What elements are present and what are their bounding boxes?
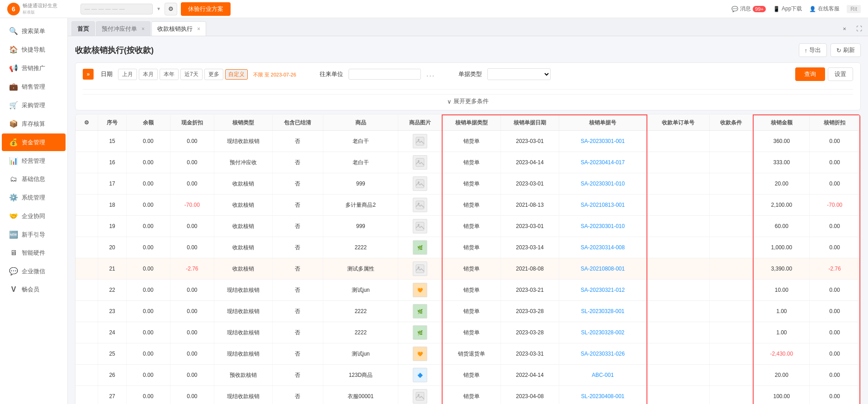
home-icon: 🏠 [9, 45, 18, 54]
td-doc-date: 2023-03-31 [501, 343, 559, 365]
table-row: 15 0.00 0.00 现结收款核销 否 老白干 销货单 2023-03-01… [75, 131, 860, 152]
td-type: 现结收款核销 [214, 386, 272, 404]
user-name[interactable]: Rit [847, 5, 861, 13]
sidebar-item-ops[interactable]: 📊 经营管理 [2, 152, 66, 170]
from-unit-input[interactable] [349, 69, 421, 80]
td-doc-no: SA-20230321-012 [559, 280, 646, 301]
tab-writeoff[interactable]: 收款核销执行 × [151, 21, 206, 36]
sidebar-item-capital[interactable]: 💰 资金管理 [2, 133, 66, 151]
sidebar-item-wechat[interactable]: 💬 企业微信 [2, 262, 66, 280]
td-write-off: -70.00 [810, 195, 860, 216]
doc-no-link[interactable]: SA-20230331-026 [581, 351, 625, 357]
td-cond [709, 280, 753, 301]
td-doc-type: 销货单 [442, 237, 501, 258]
tab-writeoff-close[interactable]: × [197, 26, 200, 32]
online-service-button[interactable]: 👤 在线客服 [809, 5, 840, 13]
dropdown-arrow-icon[interactable]: ▼ [156, 6, 161, 11]
filter-settings-button[interactable]: 设置 [828, 67, 853, 81]
sidebar-item-inventory[interactable]: 📦 库存核算 [2, 115, 66, 133]
industry-solution-button[interactable]: 休验行业方案 [181, 2, 231, 16]
td-no: 27 [98, 386, 126, 404]
sidebar-item-hardware[interactable]: 🖥 智能硬件 [2, 244, 66, 261]
td-settings [75, 343, 98, 365]
date-btn-7days[interactable]: 近7天 [180, 69, 203, 80]
base-icon: 🗂 [9, 175, 18, 183]
hardware-icon: 🖥 [9, 249, 18, 257]
doc-no-link[interactable]: SA-20210813-001 [581, 202, 625, 208]
sidebar-item-marketing[interactable]: 📢 营销推广 [2, 59, 66, 77]
refresh-button[interactable]: ↻ 刷新 [830, 43, 861, 57]
svg-rect-0 [416, 137, 424, 145]
sidebar-item-guide[interactable]: 🆕 新手引导 [2, 226, 66, 243]
sidebar-item-quicknav[interactable]: 🏠 快捷导航 [2, 41, 66, 58]
td-balance: 0.00 [126, 216, 170, 237]
logo-icon: 6 [7, 3, 20, 15]
filter-expand-button[interactable]: » [83, 69, 94, 80]
tab-close-button[interactable]: × [839, 23, 850, 34]
td-cond [709, 301, 753, 322]
expand-more-button[interactable]: ∨ 展开更多条件 [83, 94, 853, 105]
query-button[interactable]: 查询 [795, 67, 825, 81]
tab-expand-button[interactable]: ⛶ [854, 23, 864, 34]
td-doc-date: 2023-03-01 [501, 216, 559, 237]
td-img: 🌿 [398, 237, 442, 258]
search-icon: 🔍 [9, 27, 18, 35]
doc-no-link[interactable]: SA-20230321-012 [581, 287, 625, 293]
th-type: 核销类型 [214, 115, 272, 131]
content-area: 首页 预付冲应付单 × 收款核销执行 × × ⛶ 收款核销执行(按收款) [68, 18, 868, 404]
date-btn-more[interactable]: 更多 [204, 69, 223, 80]
tab-prepay-close[interactable]: × [142, 26, 145, 32]
doc-no-link[interactable]: SL-20230328-001 [581, 308, 624, 314]
th-settings[interactable]: ⚙ [75, 115, 98, 131]
company-selector[interactable]: — — — — — — [80, 4, 153, 14]
td-amount: -2,430.00 [753, 343, 810, 365]
app-icon: 📱 [773, 6, 780, 12]
sidebar-item-purchase[interactable]: 🛒 采购管理 [2, 96, 66, 114]
export-button[interactable]: ↑ 导出 [799, 43, 827, 57]
td-type: 收款核销 [214, 195, 272, 216]
message-button[interactable]: 💬 消息 99+ [731, 5, 766, 13]
bill-type-select[interactable] [487, 68, 551, 80]
tab-home[interactable]: 首页 [71, 21, 95, 36]
doc-no-link[interactable]: SL-20230408-001 [581, 393, 624, 399]
td-balance: 0.00 [126, 195, 170, 216]
doc-no-link[interactable]: SA-20230301-010 [581, 181, 625, 187]
td-order-no [647, 343, 710, 365]
sidebar-item-search[interactable]: 🔍 搜索菜单 [2, 22, 66, 40]
ops-icon: 📊 [9, 157, 18, 165]
date-btn-this-year[interactable]: 本年 [160, 69, 179, 80]
date-btn-last-month[interactable]: 上月 [118, 69, 137, 80]
date-custom-button[interactable]: 自定义 [225, 69, 248, 80]
sidebar-item-member[interactable]: V 畅会员 [2, 281, 66, 298]
doc-no-link[interactable]: SA-20210808-001 [581, 266, 625, 272]
logo-area: 6 畅捷通谊好生意标准版 [7, 3, 75, 15]
td-write-off: 0.00 [810, 343, 860, 365]
doc-no-link[interactable]: SA-20230301-001 [581, 138, 625, 144]
td-write-off: 0.00 [810, 131, 860, 152]
tab-prepay[interactable]: 预付冲应付单 × [96, 21, 151, 36]
doc-no-link[interactable]: SA-20230314-008 [581, 244, 625, 251]
sidebar-item-sales[interactable]: 💼 销售管理 [2, 78, 66, 95]
doc-no-link[interactable]: SA-20230414-017 [581, 159, 625, 166]
th-cond: 收款条件 [709, 115, 753, 131]
td-doc-type: 销货单 [442, 152, 501, 173]
sidebar-item-system[interactable]: ⚙️ 系统管理 [2, 189, 66, 206]
td-included: 否 [272, 131, 323, 152]
app-download-button[interactable]: 📱 App下载 [773, 5, 802, 13]
date-btn-this-month[interactable]: 本月 [139, 69, 158, 80]
settings-gear-button[interactable]: ⚙ [165, 3, 177, 15]
doc-no-link[interactable]: ABC-001 [592, 372, 614, 378]
svg-rect-4 [416, 180, 424, 188]
td-order-no [647, 258, 710, 280]
data-table-container: ⚙ 序号 余额 现金折扣 核销类型 包含已结清 商品 商品图片 核销单据类型 核… [75, 114, 861, 404]
tab-home-label: 首页 [77, 25, 89, 33]
sidebar-item-base[interactable]: 🗂 基础信息 [2, 171, 66, 188]
td-no: 15 [98, 131, 126, 152]
td-balance: 0.00 [126, 131, 170, 152]
doc-no-link[interactable]: SA-20230301-010 [581, 223, 625, 229]
td-type: 预付冲应收 [214, 152, 272, 173]
sidebar-item-collab[interactable]: 🤝 企业协同 [2, 207, 66, 225]
doc-no-link[interactable]: SL-20230328-002 [581, 329, 624, 336]
page-content: 收款核销执行(按收款) ↑ 导出 ↻ 刷新 » 日期 [68, 36, 868, 404]
top-bar-right: 💬 消息 99+ 📱 App下载 👤 在线客服 Rit [731, 5, 861, 13]
